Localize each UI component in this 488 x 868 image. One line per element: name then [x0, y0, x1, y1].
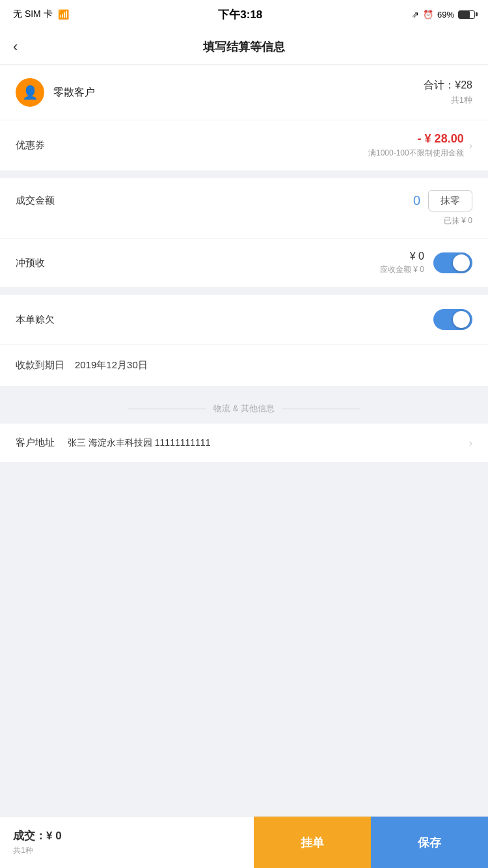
hold-button[interactable]: 挂单: [254, 817, 371, 868]
round-button[interactable]: 抹零: [428, 190, 472, 211]
due-date-label: 收款到期日: [16, 359, 64, 372]
section-header-text: 物流 & 其他信息: [213, 403, 275, 414]
debt-row: 本单赊欠: [0, 295, 488, 344]
debt-card: 本单赊欠 收款到期日 2019年12月30日: [0, 295, 488, 386]
customer-name: 零散客户: [53, 86, 95, 100]
chevron-right-icon: ›: [469, 140, 472, 152]
coupon-label: 优惠券: [16, 139, 45, 152]
bottom-bar: 成交：¥ 0 共1种 挂单 保存: [0, 816, 488, 868]
debt-toggle-knob: [453, 311, 470, 328]
total-amount: 合计：¥28: [424, 79, 472, 92]
debt-label: 本单赊欠: [16, 314, 55, 326]
coupon-amount: - ¥ 28.00: [368, 132, 464, 146]
status-right: ⇗ ⏰ 69%: [412, 10, 475, 20]
total-count: 共1种: [424, 94, 472, 106]
section-header: 物流 & 其他信息: [0, 394, 488, 424]
page-title: 填写结算等信息: [203, 39, 285, 55]
person-icon: 👤: [22, 85, 38, 100]
address-row[interactable]: 客户地址 张三 海淀永丰科技园 11111111111 ›: [0, 424, 488, 462]
bottom-info: 成交：¥ 0 共1种: [0, 817, 254, 868]
alarm-icon: ⏰: [423, 10, 433, 20]
save-button[interactable]: 保存: [371, 817, 488, 868]
status-bar: 无 SIM 卡 📶 下午3:18 ⇗ ⏰ 69%: [0, 0, 488, 29]
prepayment-toggle[interactable]: [433, 252, 472, 273]
deal-amount-value: 0: [413, 193, 420, 208]
nav-bar: ‹ 填写结算等信息: [0, 29, 488, 65]
avatar: 👤: [16, 78, 44, 107]
toggle-knob: [453, 254, 470, 271]
bottom-deal-text: 成交：: [13, 830, 46, 842]
deal-amount-card: 成交金额 0 抹零 已抹 ¥ 0 冲预收 ¥ 0 应收金额 ¥ 0: [0, 178, 488, 287]
content: 👤 零散客户 合计：¥28 共1种 优惠券 - ¥ 28.00 满1000-10…: [0, 65, 488, 528]
debt-toggle[interactable]: [433, 309, 472, 330]
deal-amount-row: 成交金额 0 抹零 已抹 ¥ 0: [0, 178, 488, 239]
coupon-description: 满1000-100不限制使用金额: [368, 148, 464, 159]
status-time: 下午3:18: [218, 7, 262, 22]
customer-row: 👤 零散客户 合计：¥28 共1种: [0, 65, 488, 120]
prepayment-sub: 应收金额 ¥ 0: [380, 264, 424, 275]
prepayment-label: 冲预收: [16, 257, 45, 269]
address-chevron-icon: ›: [469, 437, 472, 449]
bottom-deal-label: 成交：¥ 0: [13, 828, 241, 843]
divider-line-left: [128, 409, 206, 409]
due-date-value: 2019年12月30日: [75, 359, 148, 372]
address-label: 客户地址: [16, 437, 55, 449]
battery-icon: [458, 10, 475, 19]
bottom-deal-amount: ¥ 0: [46, 830, 62, 842]
sim-label: 无 SIM 卡: [13, 8, 53, 20]
address-card: 客户地址 张三 海淀永丰科技园 11111111111 ›: [0, 424, 488, 462]
customer-card: 👤 零散客户 合计：¥28 共1种 优惠券 - ¥ 28.00 满1000-10…: [0, 65, 488, 170]
customer-total: 合计：¥28 共1种: [424, 79, 472, 106]
bottom-count: 共1种: [13, 845, 241, 856]
back-button[interactable]: ‹: [13, 38, 18, 55]
prepayment-amount: ¥ 0: [380, 251, 424, 262]
customer-left: 👤 零散客户: [16, 78, 95, 107]
coupon-row[interactable]: 优惠券 - ¥ 28.00 满1000-100不限制使用金额 ›: [0, 120, 488, 170]
battery-percent: 69%: [437, 10, 454, 20]
deal-amount-right: 0 抹零: [413, 190, 472, 211]
deal-amount-label: 成交金额: [16, 195, 55, 207]
prepayment-row: 冲预收 ¥ 0 应收金额 ¥ 0: [0, 239, 488, 287]
location-icon: ⇗: [412, 10, 419, 20]
due-date-row: 收款到期日 2019年12月30日: [0, 344, 488, 386]
divider-line-right: [282, 409, 360, 409]
status-left: 无 SIM 卡 📶: [13, 8, 69, 20]
deal-sub-text: 已抹 ¥ 0: [444, 216, 472, 225]
coupon-right: - ¥ 28.00 满1000-100不限制使用金额 ›: [368, 132, 472, 159]
address-value: 张三 海淀永丰科技园 11111111111: [68, 437, 464, 449]
wifi-icon: 📶: [58, 9, 69, 20]
